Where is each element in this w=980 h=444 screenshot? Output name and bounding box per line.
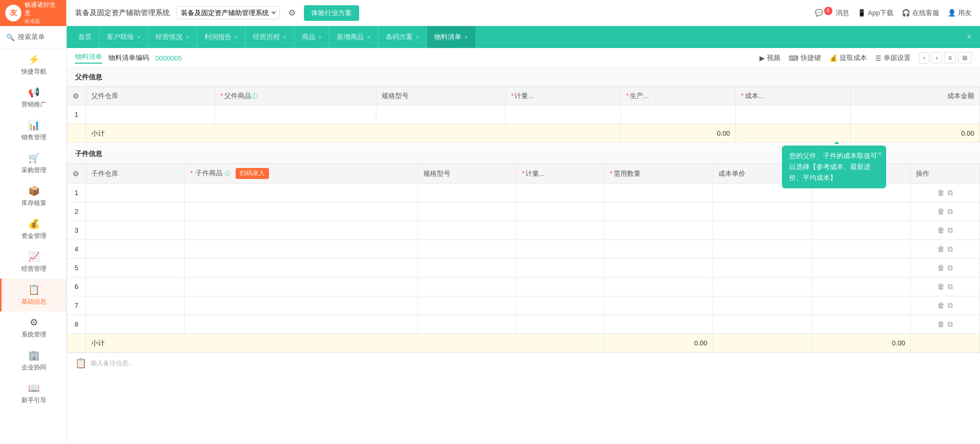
child-unit-price-5[interactable]	[713, 259, 812, 278]
child-unit-3[interactable]	[517, 221, 605, 240]
parent-product-cell[interactable]	[215, 105, 376, 124]
parent-unit-cell[interactable]	[506, 105, 621, 124]
sidebar-item-sales[interactable]: 📊销售管理	[0, 114, 66, 147]
child-warehouse-3[interactable]	[86, 221, 185, 240]
child-quantity-3[interactable]	[604, 221, 713, 240]
child-warehouse-4[interactable]	[86, 240, 185, 259]
child-amount-2[interactable]	[812, 202, 911, 221]
child-spec-2[interactable]	[418, 202, 517, 221]
parent-warehouse-cell[interactable]	[86, 105, 215, 124]
sidebar-item-operation[interactable]: 📈经营管理	[0, 246, 66, 279]
child-unit-4[interactable]	[517, 240, 605, 259]
child-warehouse-1[interactable]	[86, 184, 185, 202]
sidebar-item-marketing[interactable]: 📢营销推广	[0, 81, 66, 114]
child-unit-price-7[interactable]	[713, 296, 812, 315]
tab-close-barcode[interactable]: ×	[416, 34, 419, 40]
child-unit-2[interactable]	[517, 202, 605, 221]
copy-icon-1[interactable]: ⧉	[948, 188, 953, 197]
child-warehouse-8[interactable]	[86, 315, 185, 334]
copy-icon-4[interactable]: ⧉	[948, 245, 953, 254]
child-unit-7[interactable]	[517, 296, 605, 315]
child-unit-8[interactable]	[517, 315, 605, 334]
tab-material[interactable]: 物料清单×	[427, 26, 475, 48]
tab-home[interactable]: 首页	[71, 26, 100, 48]
delete-icon-8[interactable]: 🗑	[937, 320, 945, 329]
copy-icon-7[interactable]: ⧉	[948, 301, 953, 310]
settings-gear-icon[interactable]: ⚙	[286, 6, 298, 20]
sidebar-item-quick-nav[interactable]: ⚡快捷导航	[0, 49, 66, 81]
child-spec-3[interactable]	[418, 221, 517, 240]
child-unit-price-6[interactable]	[713, 278, 812, 296]
child-spec-4[interactable]	[418, 240, 517, 259]
child-product-help-icon[interactable]: ⓘ	[225, 170, 230, 176]
child-quantity-2[interactable]	[604, 202, 713, 221]
child-settings-icon[interactable]: ⚙	[72, 170, 79, 178]
child-warehouse-5[interactable]	[86, 259, 185, 278]
child-spec-7[interactable]	[418, 296, 517, 315]
nav-close-all-btn[interactable]: ×	[963, 32, 976, 42]
child-amount-4[interactable]	[812, 240, 911, 259]
child-quantity-5[interactable]	[604, 259, 713, 278]
child-spec-5[interactable]	[418, 259, 517, 278]
child-unit-6[interactable]	[517, 278, 605, 296]
cost-action[interactable]: 💰 提取成本	[829, 53, 867, 63]
copy-icon-3[interactable]: ⧉	[948, 226, 953, 235]
sidebar-item-enterprise[interactable]: 🏢企业协同	[0, 344, 66, 377]
copy-icon-5[interactable]: ⧉	[948, 263, 953, 272]
child-product-1[interactable]	[185, 184, 418, 202]
delete-icon-5[interactable]: 🗑	[937, 263, 945, 272]
video-action[interactable]: ▶ 视频	[760, 53, 780, 63]
message-item[interactable]: 💬 6 消息	[815, 8, 849, 18]
delete-icon-7[interactable]: 🗑	[937, 301, 945, 310]
parent-production-cell[interactable]	[620, 105, 736, 124]
tab-operations[interactable]: 经营情况×	[148, 26, 197, 48]
child-product-6[interactable]	[185, 278, 418, 296]
tab-close-goods[interactable]: ×	[318, 34, 322, 40]
child-warehouse-6[interactable]	[86, 278, 185, 296]
child-warehouse-7[interactable]	[86, 296, 185, 315]
child-unit-1[interactable]	[517, 184, 605, 202]
single-settings-action[interactable]: ☰ 单据设置	[875, 53, 911, 63]
delete-icon-4[interactable]: 🗑	[937, 245, 945, 254]
child-unit-price-2[interactable]	[713, 202, 812, 221]
next-btn[interactable]: ›	[932, 52, 942, 64]
tab-close-operations[interactable]: ×	[186, 34, 189, 40]
delete-icon-2[interactable]: 🗑	[937, 207, 945, 216]
tab-close-history[interactable]: ×	[283, 34, 286, 40]
tab-close-material[interactable]: ×	[464, 34, 468, 40]
child-product-2[interactable]	[185, 202, 418, 221]
app-download-item[interactable]: 📱 App下载	[858, 8, 893, 18]
parent-cost-cell[interactable]	[736, 105, 851, 124]
tab-customers[interactable]: 客户联络×	[100, 26, 148, 48]
tab-close-profit[interactable]: ×	[235, 34, 238, 40]
tab-close-new_goods[interactable]: ×	[367, 34, 370, 40]
child-quantity-6[interactable]	[604, 278, 713, 296]
child-quantity-8[interactable]	[604, 315, 713, 334]
scan-button[interactable]: 扫码录入	[236, 168, 269, 179]
child-product-8[interactable]	[185, 315, 418, 334]
child-amount-7[interactable]	[812, 296, 911, 315]
child-unit-price-8[interactable]	[713, 315, 812, 334]
online-service-item[interactable]: 🎧 在线客服	[902, 8, 939, 18]
child-product-7[interactable]	[185, 296, 418, 315]
tooltip-close-btn[interactable]: ×	[878, 149, 882, 160]
delete-icon-6[interactable]: 🗑	[937, 282, 945, 291]
search-menu-button[interactable]: 🔍 搜索菜单	[4, 30, 62, 44]
tab-history[interactable]: 经营历程×	[246, 26, 294, 48]
copy-icon-6[interactable]: ⧉	[948, 282, 953, 291]
breadcrumb-list[interactable]: 物料清单	[75, 52, 102, 64]
sidebar-item-purchase[interactable]: 🛒采购管理	[0, 147, 66, 180]
child-unit-5[interactable]	[517, 259, 605, 278]
sidebar-item-finance[interactable]: 💰资金管理	[0, 213, 66, 246]
child-spec-1[interactable]	[418, 184, 517, 202]
sidebar-item-system[interactable]: ⚙系统管理	[0, 311, 66, 344]
system-selector[interactable]: 装备及固定资产辅助管理系统	[176, 6, 280, 19]
shortcut-action[interactable]: ⌨ 快捷键	[789, 53, 821, 63]
child-product-3[interactable]	[185, 221, 418, 240]
copy-icon-8[interactable]: ⧉	[948, 320, 953, 329]
parent-settings-icon[interactable]: ⚙	[72, 92, 79, 100]
prev-btn[interactable]: ‹	[919, 52, 929, 64]
child-quantity-1[interactable]	[604, 184, 713, 202]
sidebar-item-inventory[interactable]: 📦库存核算	[0, 180, 66, 213]
child-quantity-4[interactable]	[604, 240, 713, 259]
